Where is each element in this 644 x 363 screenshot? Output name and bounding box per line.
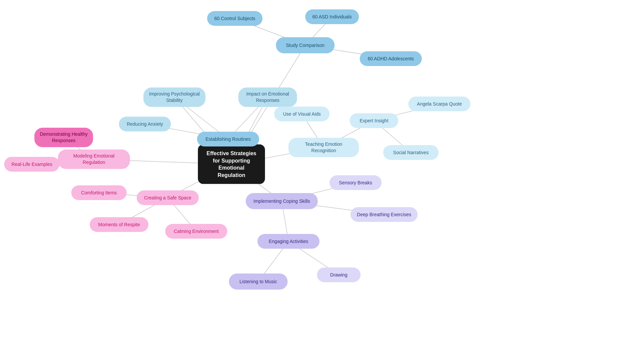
node-socialNarratives[interactable]: Social Narratives xyxy=(383,145,439,160)
node-adhdAdolescents[interactable]: 60 ADHD Adolescents xyxy=(360,51,422,66)
node-label-calmingEnvironment: Calming Environment xyxy=(174,228,219,235)
node-label-asdIndividuals: 60 ASD Individuals xyxy=(312,14,352,20)
node-label-angelaScarpa: Angela Scarpa Quote xyxy=(417,101,462,107)
node-label-impactEmotional: Impact on Emotional Responses xyxy=(244,91,292,104)
node-label-reducingAnxiety: Reducing Anxiety xyxy=(127,121,163,127)
node-label-controlSubjects: 60 Control Subjects xyxy=(214,15,255,22)
node-label-expertInsight: Expert Insight xyxy=(360,118,388,124)
node-label-sensoryBreaks: Sensory Breaks xyxy=(339,180,372,186)
node-label-modelingEmotional: Modeling Emotional Regulation xyxy=(63,153,125,166)
node-label-realLifeExamples: Real-Life Examples xyxy=(11,161,52,168)
node-label-teachingEmotion: Teaching Emotion Recognition xyxy=(294,141,354,154)
node-creatingSpace[interactable]: Creating a Safe Space xyxy=(137,190,199,205)
node-studyComparison[interactable]: Study Comparison xyxy=(276,37,335,53)
node-label-comfortingItems: Comforting Items xyxy=(81,190,117,196)
node-label-studyComparison: Study Comparison xyxy=(286,42,324,49)
node-asdIndividuals[interactable]: 60 ASD Individuals xyxy=(305,9,359,24)
node-label-engagingActivities: Engaging Activities xyxy=(269,238,308,245)
node-engagingActivities[interactable]: Engaging Activities xyxy=(258,234,320,249)
node-establishingRoutines[interactable]: Establishing Routines xyxy=(197,132,259,146)
node-impactEmotional[interactable]: Impact on Emotional Responses xyxy=(238,87,297,107)
node-controlSubjects[interactable]: 60 Control Subjects xyxy=(207,11,263,26)
node-momentsRespite[interactable]: Moments of Respite xyxy=(90,217,149,232)
node-angelaScarpa[interactable]: Angela Scarpa Quote xyxy=(409,97,471,111)
node-drawing[interactable]: Drawing xyxy=(317,267,361,282)
node-teachingEmotion[interactable]: Teaching Emotion Recognition xyxy=(288,138,359,157)
node-comfortingItems[interactable]: Comforting Items xyxy=(71,185,127,200)
node-useVisualAids[interactable]: Use of Visual Aids xyxy=(274,107,330,121)
node-listeningMusic[interactable]: Listening to Music xyxy=(229,274,288,290)
node-label-deepBreathing: Deep Breathing Exercises xyxy=(357,211,411,218)
node-label-drawing: Drawing xyxy=(330,272,347,278)
node-label-improvingPsych: Improving Psychological Stability xyxy=(149,91,200,104)
node-label-useVisualAids: Use of Visual Aids xyxy=(283,111,321,117)
node-sensoryBreaks[interactable]: Sensory Breaks xyxy=(330,175,382,190)
node-calmingEnvironment[interactable]: Calming Environment xyxy=(165,224,227,239)
node-deepBreathing[interactable]: Deep Breathing Exercises xyxy=(351,207,418,222)
node-label-creatingSpace: Creating a Safe Space xyxy=(144,195,192,201)
node-improvingPsych[interactable]: Improving Psychological Stability xyxy=(144,87,206,107)
node-center[interactable]: Effective Strategies for Supporting Emot… xyxy=(198,144,265,184)
node-label-socialNarratives: Social Narratives xyxy=(393,149,429,156)
mind-map: Effective Strategies for Supporting Emot… xyxy=(0,0,644,363)
node-expertInsight[interactable]: Expert Insight xyxy=(350,113,398,128)
node-label-demonstratingHealthy: Demonstrating Healthy Responses xyxy=(40,131,88,144)
node-label-momentsRespite: Moments of Respite xyxy=(98,222,140,228)
node-label-adhdAdolescents: 60 ADHD Adolescents xyxy=(368,56,414,62)
node-label-implementingCoping: Implementing Coping Skills xyxy=(254,198,310,204)
node-realLifeExamples[interactable]: Real-Life Examples xyxy=(4,157,60,172)
node-modelingEmotional[interactable]: Modeling Emotional Regulation xyxy=(58,149,130,169)
node-label-listeningMusic: Listening to Music xyxy=(239,279,277,285)
node-label-establishingRoutines: Establishing Routines xyxy=(206,136,251,142)
node-reducingAnxiety[interactable]: Reducing Anxiety xyxy=(119,117,171,131)
node-implementingCoping[interactable]: Implementing Coping Skills xyxy=(246,193,318,209)
node-demonstratingHealthy[interactable]: Demonstrating Healthy Responses xyxy=(35,128,93,147)
connection-lines xyxy=(0,0,644,363)
node-label-center: Effective Strategies for Supporting Emot… xyxy=(204,150,259,179)
